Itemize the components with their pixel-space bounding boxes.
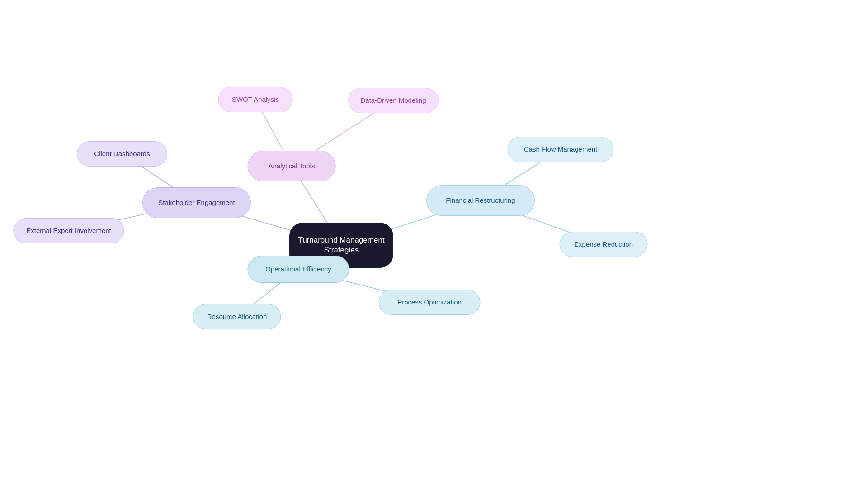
financial-label: Financial Restructuring: [446, 196, 515, 205]
external-expert-label: External Expert Involvement: [26, 226, 111, 235]
client-dashboards-node[interactable]: Client Dashboards: [77, 141, 167, 167]
cashflow-node[interactable]: Cash Flow Management: [508, 137, 614, 162]
expense-label: Expense Reduction: [574, 240, 633, 249]
operational-efficiency-node[interactable]: Operational Efficiency: [248, 256, 349, 283]
resource-allocation-node[interactable]: Resource Allocation: [193, 304, 281, 329]
external-expert-node[interactable]: External Expert Involvement: [14, 218, 124, 243]
analytical-tools-node[interactable]: Analytical Tools: [248, 151, 336, 181]
data-driven-node[interactable]: Data-Driven Modeling: [348, 88, 439, 113]
process-label: Process Optimization: [397, 298, 462, 307]
expense-reduction-node[interactable]: Expense Reduction: [560, 232, 648, 257]
financial-restructuring-node[interactable]: Financial Restructuring: [426, 185, 535, 216]
swot-analysis-node[interactable]: SWOT Analysis: [218, 87, 293, 112]
data-driven-label: Data-Driven Modeling: [360, 96, 426, 105]
stakeholder-label: Stakeholder Engagement: [158, 198, 235, 207]
operational-label: Operational Efficiency: [265, 265, 331, 274]
resource-label: Resource Allocation: [207, 312, 267, 321]
swot-label: SWOT Analysis: [232, 95, 279, 104]
stakeholder-node[interactable]: Stakeholder Engagement: [142, 187, 251, 218]
cashflow-label: Cash Flow Management: [524, 145, 598, 154]
client-dashboards-label: Client Dashboards: [94, 149, 150, 158]
analytical-tools-label: Analytical Tools: [268, 162, 315, 171]
process-optimization-node[interactable]: Process Optimization: [379, 290, 481, 315]
center-node-label: Turnaround Management Strategies: [289, 235, 393, 255]
